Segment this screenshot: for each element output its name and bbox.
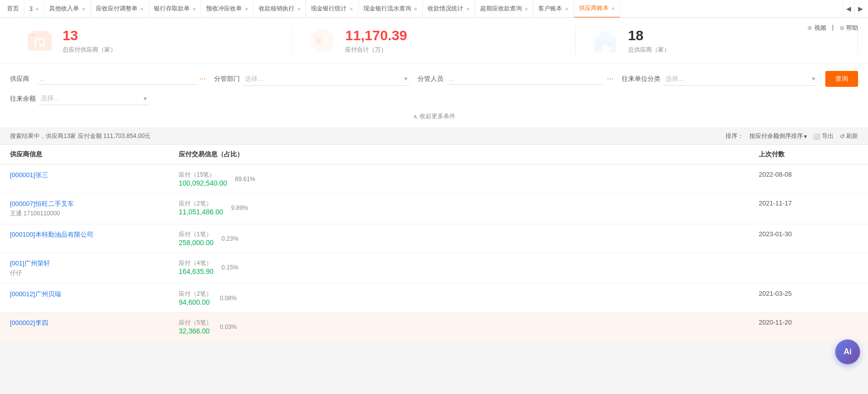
nav-tab-cash-bank-stat[interactable]: 现金银行统计 ×: [306, 0, 358, 18]
supplier-name-link[interactable]: [001]广州荣轩: [10, 260, 50, 267]
refresh-button[interactable]: ↺ 刷新: [840, 132, 858, 140]
payable-suppliers-label: 总应付供应商（家）: [63, 46, 116, 54]
payable-amount-link[interactable]: 11,051,486.00: [179, 208, 223, 216]
supplier-cell: [000007]恒旺二手叉车 王通 17106110000: [10, 199, 179, 218]
table-row: [000012]广州贝瑞 应付（2笔） 94,600.00 0.08% 2021…: [0, 284, 868, 313]
svg-rect-11: [598, 43, 603, 47]
nav-tab-supplier-ledger[interactable]: 供应商账本 ×: [574, 0, 620, 18]
table-row: [001]广州荣轩 仔仔 应付（4笔） 164,635.90 0.15%: [0, 253, 868, 284]
help-icon: ⊙: [840, 24, 845, 31]
col-header-payable: 应付交易信息（占比）: [179, 150, 759, 159]
person-filter-input[interactable]: [446, 73, 604, 85]
svg-rect-4: [40, 40, 43, 44]
search-button[interactable]: 查询: [825, 71, 858, 87]
svg-text:❖: ❖: [31, 32, 35, 38]
close-icon[interactable]: ×: [297, 6, 300, 12]
sort-select[interactable]: 按应付余额倒序排序 ▾: [749, 132, 807, 140]
balance-filter-select[interactable]: 选择... ▾: [39, 92, 149, 105]
balance-filter-label: 往来余额: [10, 94, 36, 103]
close-icon[interactable]: ×: [193, 6, 196, 12]
nav-tab-collection[interactable]: 收款核销执行 ×: [254, 0, 306, 18]
supplier-cell: [000002]李四: [10, 319, 179, 328]
collapse-filter-button[interactable]: ∧ 收起更多条件: [10, 110, 858, 123]
supplier-name-link[interactable]: [000100]本特勤油品有限公司: [10, 231, 93, 238]
supplier-ellipsis-icon[interactable]: ···: [199, 74, 206, 83]
top-navigation: 首页 3 × 其他收入单 × 应收应付调整单 × 银行存取款单 × 预收冲应收单…: [0, 0, 868, 18]
dept-filter-label: 分管部门: [214, 74, 240, 83]
refresh-icon: ↺: [840, 133, 845, 140]
nav-tab-overdue[interactable]: 超期应收款查询 ×: [475, 0, 533, 18]
category-filter-select[interactable]: 选择... ▾: [663, 72, 818, 86]
help-link[interactable]: ⊙ 帮助: [840, 24, 858, 32]
supplier-name-link[interactable]: [000002]李四: [10, 319, 48, 327]
close-icon[interactable]: ×: [414, 6, 417, 12]
svg-rect-12: [607, 43, 612, 47]
dept-filter-select[interactable]: 选择... ▾: [243, 72, 410, 86]
payable-amount-link[interactable]: 100,092,540.00: [179, 179, 227, 187]
payable-amount-link[interactable]: 164,635.90: [179, 267, 214, 275]
nav-tab-cash-bank-flow[interactable]: 现金银行流水查询 ×: [359, 0, 423, 18]
nav-tab-3[interactable]: 3 ×: [24, 0, 44, 18]
payable-icon: ¥: [307, 26, 337, 56]
supplier-name-link[interactable]: [000012]广州贝瑞: [10, 290, 61, 298]
nav-scroll-arrows: ◀ ▶: [842, 0, 866, 18]
chevron-down-icon: ▾: [144, 95, 147, 102]
payable-cell: 应付（5笔） 32,366.00 0.03%: [179, 319, 759, 335]
close-icon[interactable]: ×: [466, 6, 469, 12]
top-right-links: ⊙ 视频 | ⊙ 帮助: [807, 24, 858, 32]
close-icon[interactable]: ×: [82, 6, 85, 12]
table-header: 供应商信息 应付交易信息（占比） 上次付数: [0, 145, 868, 165]
last-pay-date: 2021-03-25: [759, 290, 792, 297]
payable-label: 应付（1笔）: [179, 230, 214, 239]
filter-row-2: 往来余额 选择... ▾: [10, 92, 858, 105]
payable-cell: 应付（1笔） 258,000.00 0.23%: [179, 230, 759, 247]
close-icon[interactable]: ×: [141, 6, 144, 12]
nav-tab-customer-ledger[interactable]: 客户账本 ×: [533, 0, 574, 18]
payable-amount-link[interactable]: 258,000.00: [179, 239, 214, 247]
video-link[interactable]: ⊙ 视频: [807, 24, 826, 32]
payable-amount-link[interactable]: 94,600.00: [179, 298, 210, 306]
supplier-sub-info: 王通 17106110000: [10, 209, 179, 218]
supplier-name-link[interactable]: [000007]恒旺二手叉车: [10, 200, 74, 207]
chevron-up-icon: ∧: [413, 113, 418, 120]
video-icon: ⊙: [807, 24, 812, 31]
payable-label: 应付（2笔）: [179, 290, 212, 298]
close-icon[interactable]: ×: [36, 6, 39, 12]
close-icon[interactable]: ×: [245, 6, 248, 12]
person-ellipsis-icon[interactable]: ···: [607, 74, 613, 83]
total-suppliers-label: 总供应商（家）: [628, 46, 670, 54]
svg-rect-3: [37, 40, 39, 47]
close-icon[interactable]: ×: [565, 6, 568, 12]
supplier-cell: [000100]本特勤油品有限公司: [10, 230, 179, 239]
lastpay-cell: 2022-08-08: [759, 171, 858, 178]
close-icon[interactable]: ×: [612, 5, 615, 11]
category-filter: 往来单位分类 选择... ▾: [622, 72, 818, 86]
close-icon[interactable]: ×: [350, 6, 353, 12]
nav-tab-prepay[interactable]: 预收冲应收单 ×: [201, 0, 253, 18]
payable-cell: 应付（2笔） 11,051,486.00 9.89%: [179, 199, 759, 216]
nav-tab-ar-ap-adjust[interactable]: 应收应付调整单 ×: [91, 0, 149, 18]
export-button[interactable]: ⬜ 导出: [813, 132, 834, 140]
nav-prev-arrow[interactable]: ◀: [842, 0, 854, 18]
category-filter-label: 往来单位分类: [622, 74, 660, 83]
payable-amount-link[interactable]: 32,366.00: [179, 327, 210, 335]
supplier-filter-input[interactable]: [38, 73, 196, 85]
supplier-cell: [000012]广州贝瑞: [10, 290, 179, 299]
payable-percent: 0.23%: [221, 235, 238, 242]
nav-tab-other-income[interactable]: 其他收入单 ×: [44, 0, 90, 18]
chevron-down-icon: ▾: [404, 75, 408, 82]
last-pay-date: 2020-11-20: [759, 319, 792, 326]
close-icon[interactable]: ×: [525, 6, 528, 12]
svg-rect-2: [35, 38, 45, 47]
export-icon: ⬜: [813, 133, 820, 140]
data-table: 供应商信息 应付交易信息（占比） 上次付数 [000001]张三 应付（15笔）…: [0, 145, 868, 341]
dept-filter: 分管部门 选择... ▾: [214, 72, 410, 86]
table-row: [000001]张三 应付（15笔） 100,092,540.00 89.61%…: [0, 165, 868, 194]
nav-tab-home[interactable]: 首页: [2, 0, 24, 18]
nav-tab-bank-deposit[interactable]: 银行存取款单 ×: [149, 0, 201, 18]
lastpay-cell: 2021-03-25: [759, 290, 858, 297]
nav-next-arrow[interactable]: ▶: [854, 0, 866, 18]
payable-label: 应付（2笔）: [179, 199, 223, 208]
nav-tab-collection-stat[interactable]: 收款情况统计 ×: [423, 0, 475, 18]
supplier-name-link[interactable]: [000001]张三: [10, 171, 48, 179]
